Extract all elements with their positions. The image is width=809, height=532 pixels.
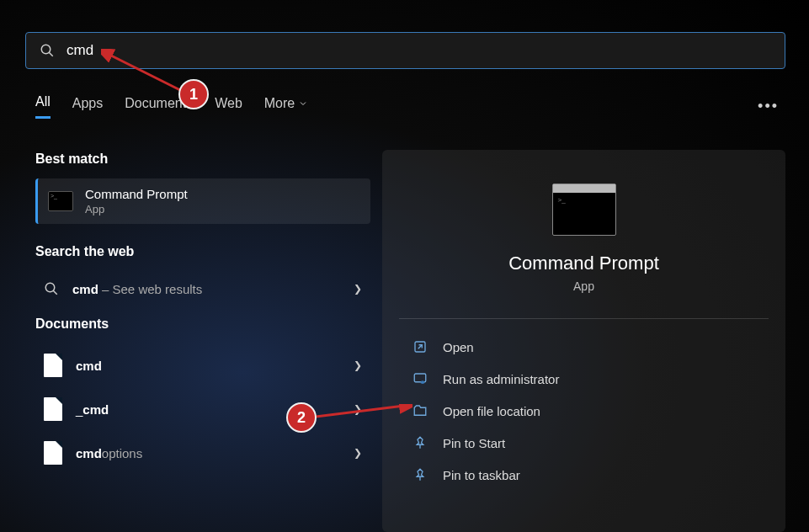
document-icon <box>44 354 62 377</box>
web-result-item[interactable]: cmd – See web results ❯ <box>35 271 370 306</box>
chevron-right-icon: ❯ <box>354 359 362 371</box>
action-pin-to-start[interactable]: Pin to Start <box>399 427 769 459</box>
documents-heading: Documents <box>35 317 370 332</box>
action-run-as-administrator[interactable]: Run as administrator <box>399 363 769 395</box>
chevron-down-icon <box>298 98 308 109</box>
action-label: Pin to taskbar <box>443 468 520 482</box>
svg-point-0 <box>41 45 51 54</box>
search-icon <box>44 281 59 296</box>
svg-line-8 <box>108 54 185 93</box>
search-icon <box>40 43 55 58</box>
document-icon <box>44 397 62 421</box>
tab-web[interactable]: Web <box>215 96 242 118</box>
search-web-heading: Search the web <box>35 244 370 259</box>
preview-title: Command Prompt <box>399 253 769 274</box>
pin-icon <box>412 467 428 482</box>
action-label: Run as administrator <box>443 372 559 386</box>
svg-line-9 <box>316 406 404 417</box>
svg-line-3 <box>53 290 57 295</box>
action-pin-to-taskbar[interactable]: Pin to taskbar <box>399 459 769 491</box>
svg-line-1 <box>49 52 53 56</box>
best-match-type: App <box>85 203 188 215</box>
action-open-file-location[interactable]: Open file location <box>399 395 769 427</box>
svg-rect-5 <box>414 374 426 382</box>
command-prompt-preview-icon <box>552 184 616 236</box>
tab-more[interactable]: More <box>264 96 308 118</box>
document-icon <box>44 441 62 465</box>
action-label: Open <box>443 340 474 354</box>
open-icon <box>412 339 428 354</box>
preview-type: App <box>399 279 769 293</box>
tab-apps[interactable]: Apps <box>72 96 103 118</box>
shield-monitor-icon <box>412 371 428 386</box>
web-result-text: cmd – See web results <box>72 282 202 296</box>
best-match-command-prompt[interactable]: Command Prompt App <box>35 178 370 224</box>
action-open[interactable]: Open <box>399 331 769 363</box>
annotation-arrow-2 <box>311 404 412 429</box>
action-label: Pin to Start <box>443 436 505 450</box>
chevron-right-icon: ❯ <box>354 447 362 459</box>
svg-point-2 <box>45 283 55 292</box>
preview-pane: Command Prompt App Open Run as administr… <box>382 150 785 532</box>
annotation-badge-2: 2 <box>286 402 317 433</box>
command-prompt-icon <box>48 191 73 211</box>
document-item-cmd[interactable]: cmd ❯ <box>35 343 370 387</box>
chevron-right-icon: ❯ <box>354 283 362 295</box>
document-name: cmd <box>76 359 102 373</box>
best-match-name: Command Prompt <box>85 187 188 201</box>
tab-all[interactable]: All <box>35 94 51 119</box>
annotation-badge-1: 1 <box>178 79 209 109</box>
divider <box>399 318 769 319</box>
overflow-menu-button[interactable]: ••• <box>758 98 779 115</box>
document-name: _cmd <box>76 402 109 417</box>
pin-icon <box>412 435 428 450</box>
best-match-heading: Best match <box>35 152 370 167</box>
action-label: Open file location <box>443 404 540 418</box>
document-item-cmdoptions[interactable]: cmdoptions ❯ <box>35 431 370 475</box>
folder-icon <box>412 403 428 418</box>
document-name: cmdoptions <box>76 446 142 460</box>
